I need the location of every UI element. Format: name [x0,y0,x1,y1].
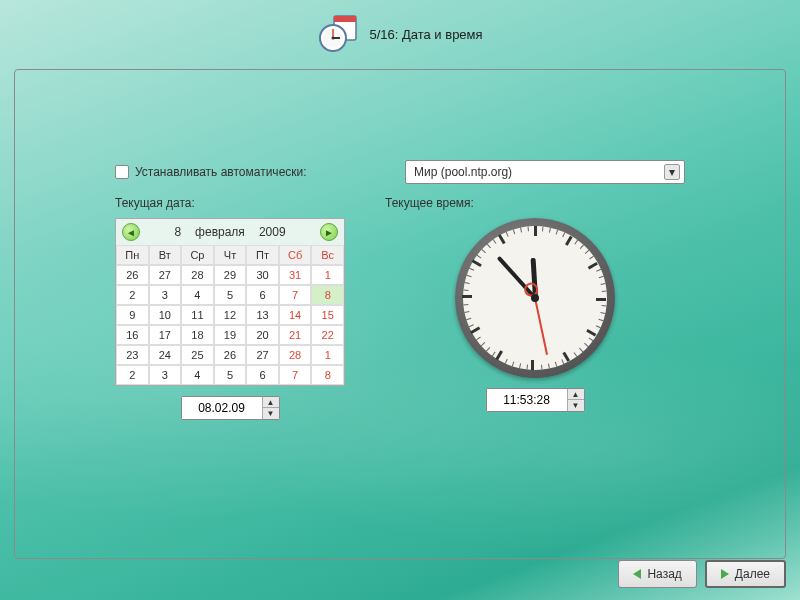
calendar-day[interactable]: 15 [311,305,344,325]
calendar-weekday: Чт [214,245,247,265]
date-input[interactable] [182,397,262,419]
time-up-button[interactable]: ▲ [568,389,584,400]
calendar-day[interactable]: 16 [116,325,149,345]
calendar-day[interactable]: 21 [279,325,312,345]
calendar-day[interactable]: 28 [279,345,312,365]
main-panel: Устанавливать автоматически: Мир (pool.n… [14,69,786,559]
dropdown-arrow-icon: ▾ [664,164,680,180]
arrow-left-icon: ◄ [126,227,136,238]
time-down-button[interactable]: ▼ [568,400,584,411]
calendar-day[interactable]: 10 [149,305,182,325]
arrow-left-icon [633,569,641,579]
svg-rect-1 [334,16,356,22]
arrow-right-icon: ► [324,227,334,238]
calendar-day[interactable]: 14 [279,305,312,325]
calendar-day[interactable]: 4 [181,365,214,385]
calendar-weekday: Ср [181,245,214,265]
calendar-day[interactable]: 13 [246,305,279,325]
calendar-day[interactable]: 30 [246,265,279,285]
calendar-day[interactable]: 8 [311,365,344,385]
calendar-day[interactable]: 7 [279,285,312,305]
calendar-day[interactable]: 26 [214,345,247,365]
time-input[interactable] [487,389,567,411]
calendar-weekday: Сб [279,245,312,265]
calendar-weekday: Пт [246,245,279,265]
date-up-button[interactable]: ▲ [263,397,279,408]
calendar-day[interactable]: 27 [246,345,279,365]
auto-set-label: Устанавливать автоматически: [135,165,307,179]
next-button[interactable]: Далее [705,560,786,588]
calendar-day[interactable]: 8 [311,285,344,305]
calendar-day[interactable]: 11 [181,305,214,325]
calendar-day[interactable]: 5 [214,365,247,385]
auto-set-checkbox[interactable]: Устанавливать автоматически: [115,165,385,179]
calendar-day[interactable]: 2 [116,285,149,305]
ntp-server-select[interactable]: Мир (pool.ntp.org) ▾ [405,160,685,184]
page-header: 5/16: Дата и время [0,0,800,69]
calendar-day[interactable]: 31 [279,265,312,285]
calendar-day[interactable]: 27 [149,265,182,285]
checkbox-icon [115,165,129,179]
svg-point-6 [332,37,335,40]
arrow-right-icon [721,569,729,579]
calendar-next-button[interactable]: ► [320,223,338,241]
ntp-server-value: Мир (pool.ntp.org) [414,165,512,179]
calendar-day[interactable]: 12 [214,305,247,325]
calendar-day[interactable]: 25 [181,345,214,365]
calendar-day[interactable]: 18 [181,325,214,345]
calendar-day[interactable]: 23 [116,345,149,365]
calendar[interactable]: ◄ 8 февраля 2009 ► ПнВтСрЧтПтСбВс2627282… [115,218,345,386]
time-spinner[interactable]: ▲ ▼ [486,388,585,412]
calendar-day[interactable]: 29 [214,265,247,285]
current-time-label: Текущее время: [385,196,474,210]
calendar-day[interactable]: 4 [181,285,214,305]
calendar-day[interactable]: 17 [149,325,182,345]
analog-clock [455,218,615,378]
footer-buttons: Назад Далее [618,560,786,588]
calendar-day[interactable]: 19 [214,325,247,345]
calendar-day[interactable]: 1 [311,265,344,285]
calendar-day[interactable]: 6 [246,285,279,305]
calendar-prev-button[interactable]: ◄ [122,223,140,241]
calendar-weekday: Вс [311,245,344,265]
calendar-day[interactable]: 28 [181,265,214,285]
calendar-title: 8 февраля 2009 [174,225,285,239]
current-date-label: Текущая дата: [115,196,385,210]
calendar-day[interactable]: 24 [149,345,182,365]
calendar-day[interactable]: 26 [116,265,149,285]
calendar-day[interactable]: 1 [311,345,344,365]
calendar-day[interactable]: 20 [246,325,279,345]
page-title: 5/16: Дата и время [369,27,482,42]
calendar-day[interactable]: 22 [311,325,344,345]
calendar-day[interactable]: 2 [116,365,149,385]
calendar-day[interactable]: 9 [116,305,149,325]
back-button[interactable]: Назад [618,560,696,588]
calendar-weekday: Вт [149,245,182,265]
clock-calendar-icon [317,12,359,57]
calendar-day[interactable]: 3 [149,285,182,305]
calendar-day[interactable]: 3 [149,365,182,385]
date-down-button[interactable]: ▼ [263,408,279,419]
calendar-day[interactable]: 7 [279,365,312,385]
calendar-weekday: Пн [116,245,149,265]
date-spinner[interactable]: ▲ ▼ [181,396,280,420]
calendar-day[interactable]: 5 [214,285,247,305]
calendar-day[interactable]: 6 [246,365,279,385]
